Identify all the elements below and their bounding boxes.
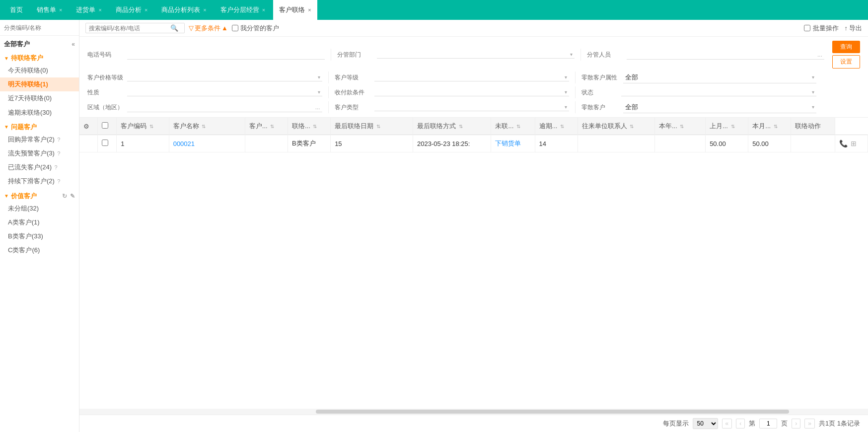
gender-chevron-icon: ▾ [318, 89, 320, 95]
sidebar-item-7days-contact[interactable]: 近7天待联络(0) [0, 91, 79, 105]
row-last-method-cell[interactable]: 下销货单 [491, 135, 535, 152]
last-page-button[interactable]: » [804, 419, 815, 429]
per-page-select[interactable]: 50 100 200 [693, 418, 718, 429]
sort-type-icon[interactable]: ⇅ [270, 124, 274, 129]
search-toolbar-icon[interactable]: 🔍 [170, 24, 178, 32]
sort-last-method-icon[interactable]: ⇅ [459, 124, 463, 129]
close-product-analysis-icon[interactable]: × [145, 7, 147, 13]
col-this-month: 本月... ⇅ [748, 118, 791, 135]
col-last-month: 上月... ⇅ [706, 118, 748, 135]
filter-price-level-select[interactable]: ▾ [127, 73, 322, 81]
filter-region-dots[interactable]: ... [315, 104, 320, 111]
sort-last-month-icon[interactable]: ⇅ [731, 124, 735, 129]
filter-customer-type-select[interactable]: ▾ [374, 103, 570, 111]
search-input[interactable] [89, 25, 168, 32]
row-last-month-cell: 50.00 [748, 135, 791, 152]
horizontal-scrollbar[interactable] [79, 409, 868, 415]
query-button[interactable]: 查询 [832, 41, 860, 53]
sidebar-item-c-class[interactable]: C类客户(6) [0, 243, 79, 257]
export-button[interactable]: ↑ 导出 [845, 24, 863, 33]
sidebar-item-b-class[interactable]: B类客户(33) [0, 229, 79, 243]
nav-product-analysis[interactable]: 商品分析 × [110, 0, 153, 20]
filter-phone-label: 电话号码 [87, 51, 127, 59]
row-checkbox[interactable] [102, 140, 108, 146]
filter-customer-level: 客户等级 ▾ [335, 73, 570, 82]
select-all-checkbox[interactable] [102, 122, 108, 129]
filter-gender-select[interactable]: ▾ [127, 88, 322, 96]
nav-purchase[interactable]: 进货单 × [70, 0, 107, 20]
sort-name-icon[interactable]: ⇅ [202, 124, 206, 129]
page-number-input[interactable] [759, 419, 777, 429]
filter-customer-level-select[interactable]: ▾ [374, 73, 570, 81]
payment-chevron-icon: ▾ [565, 89, 567, 95]
close-purchase-icon[interactable]: × [98, 7, 101, 13]
col-code: 客户编码 ⇅ [117, 118, 169, 135]
collapse-icon[interactable]: « [72, 41, 75, 48]
sidebar-item-tomorrow-contact[interactable]: 明天待联络(1) [0, 77, 79, 91]
nav-home[interactable]: 首页 [4, 0, 29, 20]
close-customer-contact-icon[interactable]: × [308, 7, 311, 13]
sort-this-year-icon[interactable]: ⇅ [680, 124, 684, 129]
row-code-cell[interactable]: 000021 [169, 135, 245, 152]
my-customers-check[interactable] [232, 25, 238, 31]
my-customers-checkbox[interactable]: 我分管的客户 [232, 24, 279, 33]
col-type: 客户... ⇅ [245, 118, 288, 135]
prev-page-button[interactable]: ‹ [736, 419, 745, 429]
sort-no-contact-icon[interactable]: ⇅ [516, 124, 520, 129]
close-sales-icon[interactable]: × [59, 7, 62, 13]
bulk-operation-button[interactable]: 批量操作 [804, 24, 839, 33]
filter-retail-customer-label: 零散客户 [581, 103, 621, 112]
close-product-analysis-list-icon[interactable]: × [203, 7, 206, 13]
sidebar-item-overdue-contact[interactable]: 逾期未联络(30) [0, 106, 79, 120]
row-type-cell: B类客户 [288, 135, 331, 152]
value-refresh-icon[interactable]: ↻ [62, 193, 67, 200]
divider-3 [328, 72, 329, 83]
filter-status-label: 状态 [581, 88, 621, 97]
search-box: 🔍 [85, 23, 185, 33]
filter-payment-select[interactable]: ▾ [374, 88, 570, 96]
sort-this-month-icon[interactable]: ⇅ [774, 124, 778, 129]
value-edit-icon[interactable]: ✎ [70, 193, 75, 200]
filter-retail-attr-select[interactable]: 全部 ▾ [623, 72, 816, 83]
filter-customer-type-label: 客户类型 [335, 103, 374, 112]
filter-retail-customer: 零散客户 全部 ▾ [581, 102, 816, 113]
bulk-checkbox[interactable] [804, 25, 810, 31]
sidebar-item-today-contact[interactable]: 今天待联络(0) [0, 64, 79, 77]
more-conditions-button[interactable]: ▽ 更多条件 ▲ [189, 24, 228, 33]
nav-customer-segment[interactable]: 客户分层经营 × [215, 0, 271, 20]
sort-contacts-icon[interactable]: ⇅ [313, 124, 317, 129]
col-settings[interactable]: ⚙ [79, 118, 97, 135]
first-page-button[interactable]: « [722, 419, 732, 429]
sort-overdue-icon[interactable]: ⇅ [560, 124, 564, 129]
sort-unit-contact-icon[interactable]: ⇅ [630, 124, 634, 129]
nav-product-analysis-list[interactable]: 商品分析列表 × [155, 0, 212, 20]
nav-customer-contact[interactable]: 客户联络 × [273, 0, 317, 20]
sort-code-icon[interactable]: ⇅ [149, 124, 153, 129]
sidebar-item-continuous-down[interactable]: 持续下滑客户(2) ? [0, 174, 79, 188]
grid-action-icon[interactable]: ⊞ [851, 140, 857, 147]
filter-icon: ▽ [189, 24, 194, 32]
sidebar-item-lost-risk[interactable]: 流失预警客户(3) ? [0, 146, 79, 160]
filter-dept-select[interactable]: ▾ [377, 51, 575, 59]
sidebar-search-input[interactable] [4, 24, 78, 31]
customer-level-chevron-icon: ▾ [565, 74, 567, 80]
sidebar-item-already-lost[interactable]: 已流失客户(24) ? [0, 160, 79, 174]
table-row: 1 000021 Ea B类客户 15 2023-05-23 18:25: 下销… [79, 135, 868, 152]
nav-sales[interactable]: 销售单 × [31, 0, 68, 20]
sidebar-item-ungrouped[interactable]: 未分组(32) [0, 202, 79, 216]
sort-last-date-icon[interactable]: ⇅ [376, 124, 380, 129]
filter-person-dots[interactable]: ... [817, 51, 822, 58]
phone-action-icon[interactable]: 📞 [839, 140, 848, 147]
filter-retail-customer-select[interactable]: 全部 ▾ [623, 102, 816, 113]
sidebar-item-repurchase-abnormal[interactable]: 回购异常客户(2) ? [0, 133, 79, 146]
col-contacts: 联络... ⇅ [288, 118, 331, 135]
settings-button[interactable]: 设置 [832, 55, 860, 69]
row-no-contact-cell: 14 [535, 135, 578, 152]
close-customer-segment-icon[interactable]: × [262, 7, 265, 13]
filter-phone-input[interactable] [127, 50, 325, 60]
sidebar-item-a-class[interactable]: A类客户(1) [0, 216, 79, 229]
settings-col-icon[interactable]: ⚙ [83, 123, 89, 130]
filter-status-select[interactable]: ▾ [621, 88, 816, 96]
scrollbar-thumb[interactable] [316, 410, 789, 414]
next-page-button[interactable]: › [792, 419, 800, 429]
